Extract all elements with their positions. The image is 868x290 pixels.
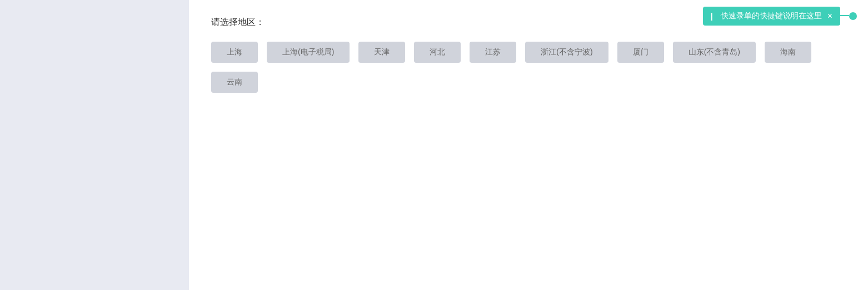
region-button-tianjin[interactable]: 天津 <box>358 42 405 63</box>
region-button-shandong[interactable]: 山东(不含青岛) <box>673 42 756 63</box>
region-button-shanghai-etax[interactable]: 上海(电子税局) <box>267 42 350 63</box>
main-content: 请选择地区： 上海上海(电子税局)天津河北江苏浙江(不含宁波)厦门山东(不含青岛… <box>189 0 868 290</box>
region-button-shanghai[interactable]: 上海 <box>211 42 258 63</box>
region-button-jiangsu[interactable]: 江苏 <box>470 42 516 63</box>
region-button-xiamen[interactable]: 厦门 <box>617 42 664 63</box>
tooltip-dot <box>849 12 857 20</box>
region-button-yunnan[interactable]: 云南 <box>211 72 258 93</box>
tooltip-banner: 快速录单的快捷键说明在这里 × <box>703 7 840 26</box>
region-button-zhejiang[interactable]: 浙江(不含宁波) <box>525 42 608 63</box>
region-buttons: 上海上海(电子税局)天津河北江苏浙江(不含宁波)厦门山东(不含青岛)海南云南 <box>211 42 846 93</box>
tooltip-close-button[interactable]: × <box>827 12 832 21</box>
region-button-hebei[interactable]: 河北 <box>414 42 461 63</box>
tooltip-text: 快速录单的快捷键说明在这里 <box>721 11 822 21</box>
sidebar <box>0 0 189 290</box>
region-button-hainan[interactable]: 海南 <box>765 42 811 63</box>
tooltip-line <box>839 15 849 16</box>
